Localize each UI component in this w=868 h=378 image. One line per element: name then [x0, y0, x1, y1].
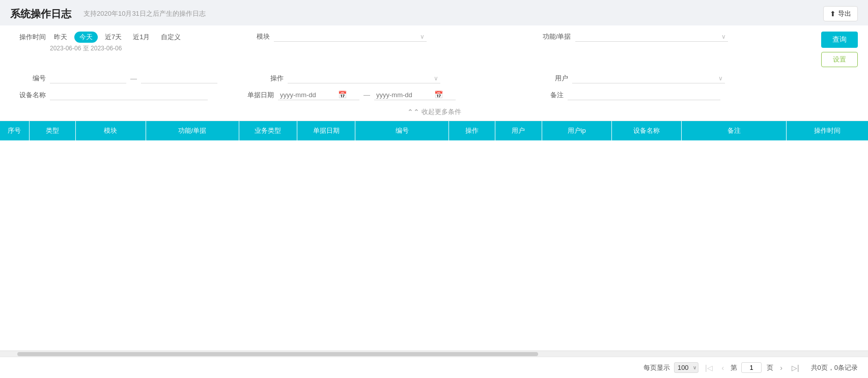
- page-title: 系统操作日志: [10, 7, 71, 21]
- collapse-label: 收起更多条件: [422, 107, 461, 117]
- time-buttons: 昨天 今天 近7天 近1月 自定义: [50, 32, 185, 43]
- filter-section: 操作时间 昨天 今天 近7天 近1月 自定义 2023-06-06 至 2023…: [0, 25, 868, 121]
- time-label: 操作时间: [10, 33, 46, 42]
- operation-select[interactable]: ∨: [288, 73, 440, 83]
- export-icon: ⬆: [830, 10, 836, 18]
- time-filter-group: 操作时间 昨天 今天 近7天 近1月 自定义 2023-06-06 至 2023…: [10, 32, 204, 53]
- user-placeholder: [574, 74, 718, 82]
- date-input-to[interactable]: [376, 91, 432, 99]
- settings-button[interactable]: 设置: [821, 52, 858, 67]
- last-page-button[interactable]: ▷|: [789, 363, 802, 373]
- calendar-from-icon[interactable]: 📅: [338, 91, 347, 99]
- pagination-bar: 每页显示 100 10 20 50 200 ∨ |◁ ‹ 第 页 › ▷| 共0…: [0, 357, 868, 378]
- time-range-display: 2023-06-06 至 2023-06-06: [50, 44, 204, 53]
- prev-page-button[interactable]: ‹: [719, 363, 727, 373]
- collapse-arrow-icon: ⌃⌃: [407, 108, 419, 116]
- number-input-from[interactable]: [50, 73, 126, 83]
- number-filter-group: 编号 —: [10, 73, 217, 83]
- number-input-to[interactable]: [141, 73, 217, 83]
- doc-date-label: 单据日期: [238, 91, 274, 100]
- page-number-input[interactable]: [741, 362, 762, 373]
- total-text: 共0页，0条记录: [811, 363, 858, 372]
- device-label: 设备名称: [10, 91, 46, 100]
- user-select[interactable]: ∨: [572, 73, 725, 83]
- table-header-row: 序号 类型 模块 功能/单据 业务类型 单据日期 编号 操作 用户 用户ip 设…: [0, 121, 868, 140]
- user-chevron-icon: ∨: [718, 75, 723, 82]
- function-placeholder: [577, 33, 721, 40]
- first-page-button[interactable]: |◁: [703, 363, 715, 373]
- per-page-label: 每页显示: [643, 363, 670, 372]
- module-filter-group: 模块 ∨: [234, 32, 505, 42]
- user-filter-group: 用户 ∨: [533, 73, 787, 83]
- filter-row-2: 编号 — 操作 ∨ 用户 ∨: [10, 73, 858, 83]
- remark-label: 备注: [528, 91, 564, 100]
- col-header-module: 模块: [76, 121, 146, 140]
- operation-label: 操作: [248, 74, 284, 83]
- date-input-from[interactable]: [280, 91, 336, 99]
- module-placeholder: [276, 33, 420, 40]
- date-dash: —: [363, 91, 370, 99]
- module-select[interactable]: ∨: [274, 32, 427, 42]
- remark-input[interactable]: [568, 90, 720, 100]
- calendar-to-icon[interactable]: 📅: [434, 91, 443, 99]
- table-header: 序号 类型 模块 功能/单据 业务类型 单据日期 编号 操作 用户 用户ip 设…: [0, 121, 868, 140]
- col-header-device: 设备名称: [611, 121, 681, 140]
- table-container: 序号 类型 模块 功能/单据 业务类型 单据日期 编号 操作 用户 用户ip 设…: [0, 121, 868, 351]
- export-label: 导出: [838, 9, 851, 18]
- function-select[interactable]: ∨: [575, 32, 728, 42]
- data-table: 序号 类型 模块 功能/单据 业务类型 单据日期 编号 操作 用户 用户ip 设…: [0, 121, 868, 140]
- time-btn-today[interactable]: 今天: [74, 32, 98, 43]
- next-page-button[interactable]: ›: [777, 363, 785, 373]
- device-filter-group: 设备名称: [10, 90, 208, 100]
- col-header-op-time: 操作时间: [787, 121, 868, 140]
- time-filter-top: 操作时间 昨天 今天 近7天 近1月 自定义: [10, 32, 204, 43]
- empty-area: [0, 140, 868, 351]
- function-filter-group: 功能/单据 ∨: [536, 32, 806, 42]
- remark-filter-group: 备注: [528, 90, 787, 100]
- collapse-button[interactable]: ⌃⌃ 收起更多条件: [407, 107, 461, 117]
- per-page-select[interactable]: 100 10 20 50 200: [674, 362, 698, 373]
- date-input-to-wrap: 📅: [374, 90, 456, 100]
- module-label: 模块: [234, 32, 270, 41]
- function-label: 功能/单据: [536, 32, 571, 41]
- query-button[interactable]: 查询: [821, 32, 858, 48]
- page-subtitle: 支持2020年10月31日之后产生的操作日志: [83, 9, 206, 18]
- header-left: 系统操作日志 支持2020年10月31日之后产生的操作日志: [10, 7, 206, 21]
- time-btn-7days[interactable]: 近7天: [101, 32, 126, 43]
- col-header-function: 功能/单据: [146, 121, 239, 140]
- col-header-biz-type: 业务类型: [239, 121, 297, 140]
- action-buttons: 查询 设置: [821, 32, 858, 67]
- filter-row-1: 操作时间 昨天 今天 近7天 近1月 自定义 2023-06-06 至 2023…: [10, 32, 858, 67]
- per-page-wrapper: 100 10 20 50 200 ∨: [674, 362, 698, 373]
- page-header: 系统操作日志 支持2020年10月31日之后产生的操作日志 ⬆ 导出: [0, 0, 868, 25]
- col-header-seq: 序号: [0, 121, 29, 140]
- collapse-row: ⌃⌃ 收起更多条件: [10, 104, 858, 121]
- horizontal-scrollbar[interactable]: [0, 351, 868, 357]
- col-header-remark: 备注: [682, 121, 787, 140]
- number-label: 编号: [10, 74, 46, 83]
- scrollbar-thumb[interactable]: [17, 352, 538, 356]
- operation-chevron-icon: ∨: [434, 75, 438, 82]
- page-label: 第: [731, 363, 737, 372]
- number-dash: —: [130, 75, 137, 82]
- operation-placeholder: [290, 74, 434, 82]
- time-btn-yesterday[interactable]: 昨天: [50, 32, 71, 43]
- date-input-from-wrap: 📅: [278, 90, 359, 100]
- device-input[interactable]: [50, 90, 208, 100]
- export-button[interactable]: ⬆ 导出: [823, 6, 858, 21]
- operation-filter-group: 操作 ∨: [248, 73, 502, 83]
- col-header-user: 用户: [495, 121, 542, 140]
- user-label: 用户: [533, 74, 568, 83]
- col-header-number: 编号: [355, 121, 449, 140]
- module-chevron-icon: ∨: [420, 33, 425, 40]
- filter-row-3: 设备名称 单据日期 📅 — 📅 备注: [10, 90, 858, 100]
- page-container: 系统操作日志 支持2020年10月31日之后产生的操作日志 ⬆ 导出 操作时间 …: [0, 0, 868, 378]
- doc-date-filter-group: 单据日期 📅 — 📅: [238, 90, 497, 100]
- col-header-type: 类型: [29, 121, 76, 140]
- time-btn-custom[interactable]: 自定义: [157, 32, 185, 43]
- time-btn-1month[interactable]: 近1月: [129, 32, 154, 43]
- page-unit: 页: [767, 363, 773, 372]
- col-header-doc-date: 单据日期: [297, 121, 355, 140]
- col-header-operation: 操作: [449, 121, 495, 140]
- function-chevron-icon: ∨: [721, 33, 726, 40]
